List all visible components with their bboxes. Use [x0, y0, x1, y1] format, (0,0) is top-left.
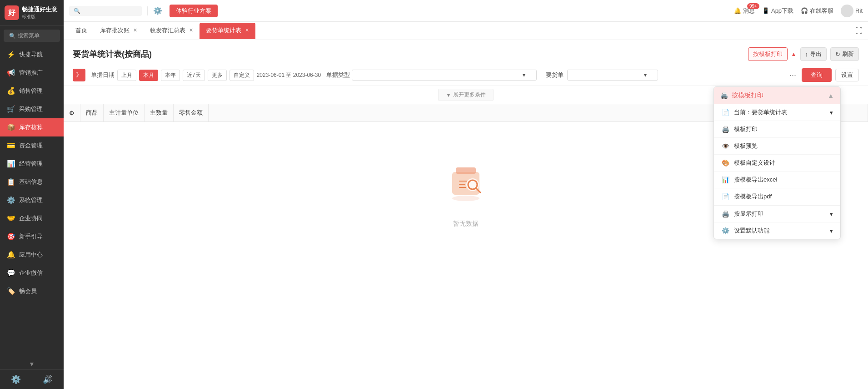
more-dots-btn[interactable]: ···	[788, 69, 798, 82]
dropdown-item-current[interactable]: 📄 当前：要货单统计表 ▾	[714, 104, 840, 121]
svg-point-0	[452, 196, 479, 201]
query-button[interactable]: 查询	[802, 68, 832, 82]
dropdown-item-default-func[interactable]: ⚙️ 设置默认功能 ▾	[714, 222, 840, 239]
dropdown-item-export-pdf[interactable]: 📄 按模板导出pdf	[714, 188, 840, 205]
date-btn-current-year[interactable]: 本年	[161, 70, 180, 81]
settings-icon: ⚙	[69, 110, 75, 116]
dropdown-item-template-print[interactable]: 🖨️ 模板打印	[714, 121, 840, 138]
expand-more-button[interactable]: ▼ 展开更多条件	[438, 89, 494, 101]
download-icon: 📱	[762, 7, 769, 14]
printer-icon: 🖨️	[720, 92, 728, 99]
tab-close-inventory-batch[interactable]: ✕	[133, 27, 137, 33]
app-logo: 好 畅捷通好生意 标准版	[0, 0, 64, 26]
wechat-icon: 💬	[6, 268, 15, 278]
sidebar-item-shortcut[interactable]: ⚡ 快捷导航	[0, 45, 64, 64]
dropdown-item-display-print[interactable]: 🖨️ 按显示打印 ▾	[714, 206, 840, 222]
main-area: 🔍 ⚙️ 体验行业方案 🔔 消息 99+ 📱 App下载 🎧 在线客服 Rit	[64, 0, 868, 389]
filter-actions: ··· 查询 设置	[788, 68, 859, 82]
tab-inventory-batch[interactable]: 库存批次账 ✕	[94, 23, 144, 39]
topbar-right: 🔔 消息 99+ 📱 App下载 🎧 在线客服 Rit	[734, 5, 863, 17]
svg-rect-2	[456, 167, 476, 174]
excel-icon: 📊	[721, 176, 729, 183]
settings-button[interactable]: 设置	[835, 69, 859, 81]
tab-home[interactable]: 首页	[69, 23, 94, 39]
order-type-label: 要货单	[546, 71, 564, 79]
dropdown-title: 🖨️ 按模板打印	[720, 91, 763, 100]
sidebar-item-inventory[interactable]: 📦 库存核算	[0, 118, 64, 136]
tab-order-stats[interactable]: 要货单统计表 ✕	[200, 23, 255, 39]
default-func-icon: ⚙️	[721, 227, 729, 234]
export-button[interactable]: ↑ 导出	[800, 47, 827, 61]
online-service-item[interactable]: 🎧 在线客服	[801, 7, 833, 15]
app-download-item[interactable]: 📱 App下载	[762, 7, 793, 15]
sidebar-item-coop[interactable]: 🤝 企业协同	[0, 209, 64, 227]
date-btn-current-month[interactable]: 本月	[139, 70, 158, 81]
tab-close-receipt-summary[interactable]: ✕	[189, 27, 193, 33]
topbar-search-box[interactable]: 🔍	[69, 6, 142, 16]
page-actions: 按模板打印 ▲ ↑ 导出 ↻ 刷新	[748, 47, 859, 61]
maximize-icon[interactable]: ⛶	[855, 27, 863, 35]
sidebar-bottom: ⚙️ 🔊	[0, 369, 64, 389]
col-settings[interactable]: ⚙	[64, 104, 80, 122]
dropdown-header-actions: ▲	[828, 92, 834, 99]
topbar-search-input[interactable]	[80, 8, 137, 14]
member-icon: 🏷️	[6, 287, 15, 296]
sidebar-item-finance[interactable]: 💳 资金管理	[0, 136, 64, 155]
date-btn-more[interactable]: 更多	[208, 70, 227, 81]
dropdown-item-export-excel[interactable]: 📊 按模板导出excel	[714, 172, 840, 188]
sidebar-scroll-down[interactable]: ▼	[0, 359, 64, 369]
notifications-item[interactable]: 🔔 消息 99+	[734, 7, 755, 15]
sidebar-item-appstore[interactable]: 🔔 应用中心	[0, 246, 64, 264]
type-select-value	[356, 72, 523, 78]
sidebar-item-purchase[interactable]: 🛒 采购管理	[0, 100, 64, 118]
tab-close-order-stats[interactable]: ✕	[245, 27, 249, 33]
basic-icon: 📋	[6, 177, 15, 187]
sidebar-item-guide[interactable]: 🎯 新手引导	[0, 227, 64, 246]
col-goods: 商品	[80, 104, 104, 122]
sidebar-item-basic[interactable]: 📋 基础信息	[0, 173, 64, 191]
avatar	[841, 5, 853, 17]
filter-expand-btn[interactable]: 》	[73, 69, 85, 81]
sidebar-item-sales[interactable]: 💰 销售管理	[0, 82, 64, 100]
settings-bottom-icon[interactable]: ⚙️	[11, 374, 21, 384]
template-print-arrow[interactable]: ▲	[791, 51, 797, 57]
marketing-icon: 📢	[6, 68, 15, 77]
empty-icon	[443, 158, 489, 212]
type-select[interactable]: ▾	[352, 70, 537, 81]
user-avatar-item[interactable]: Rit	[841, 5, 863, 17]
appstore-icon: 🔔	[6, 250, 15, 259]
logo-text: 畅捷通好生意 标准版	[22, 5, 57, 20]
order-type-select[interactable]: ▾	[567, 70, 658, 81]
template-print-dropdown: 🖨️ 按模板打印 ▲ 📄 当前：要货单统计表 ▾ 🖨️ 模板打印 👁	[713, 86, 841, 239]
sidebar-search[interactable]: 🔍 搜索菜单	[4, 30, 60, 42]
tab-receipt-summary[interactable]: 收发存汇总表 ✕	[144, 23, 200, 39]
topbar: 🔍 ⚙️ 体验行业方案 🔔 消息 99+ 📱 App下载 🎧 在线客服 Rit	[64, 0, 868, 22]
topbar-divider	[147, 6, 148, 15]
dropdown-item-template-preview[interactable]: 👁️ 模板预览	[714, 138, 840, 155]
dropdown-up-icon[interactable]: ▲	[828, 92, 834, 99]
refresh-button[interactable]: ↻ 刷新	[830, 47, 859, 61]
page-title: 要货单统计表(按商品)	[73, 49, 152, 60]
sidebar-item-member[interactable]: 🏷️ 畅会员	[0, 282, 64, 300]
guide-icon: 🎯	[6, 232, 15, 241]
default-func-arrow-icon: ▾	[830, 227, 833, 234]
volume-icon[interactable]: 🔊	[43, 374, 53, 384]
sidebar-item-marketing[interactable]: 📢 营销推广	[0, 64, 64, 82]
date-label: 单据日期	[91, 71, 115, 79]
date-btn-prev-month[interactable]: 上月	[117, 70, 136, 81]
trial-button[interactable]: 体验行业方案	[170, 5, 218, 17]
empty-text: 暂无数据	[453, 220, 479, 228]
template-print-button[interactable]: 按模板打印	[748, 47, 788, 61]
sales-icon: 💰	[6, 86, 15, 96]
date-btn-last7days[interactable]: 近7天	[183, 70, 205, 81]
date-btn-custom[interactable]: 自定义	[229, 70, 254, 81]
template-preview-icon: 👁️	[721, 142, 729, 150]
col-unit: 主计量单位	[104, 104, 145, 122]
topbar-gear-icon[interactable]: ⚙️	[153, 6, 162, 15]
sidebar-item-operation[interactable]: 📊 经营管理	[0, 155, 64, 173]
filter-bar: 》 单据日期 上月 本月 本年 近7天 更多 自定义 2023-06-01 至 …	[64, 65, 868, 86]
sidebar-item-wechat[interactable]: 💬 企业微信	[0, 264, 64, 282]
operation-icon: 📊	[6, 159, 15, 168]
sidebar-item-system[interactable]: ⚙️ 系统管理	[0, 191, 64, 209]
dropdown-item-template-custom[interactable]: 🎨 模板自定义设计	[714, 155, 840, 172]
